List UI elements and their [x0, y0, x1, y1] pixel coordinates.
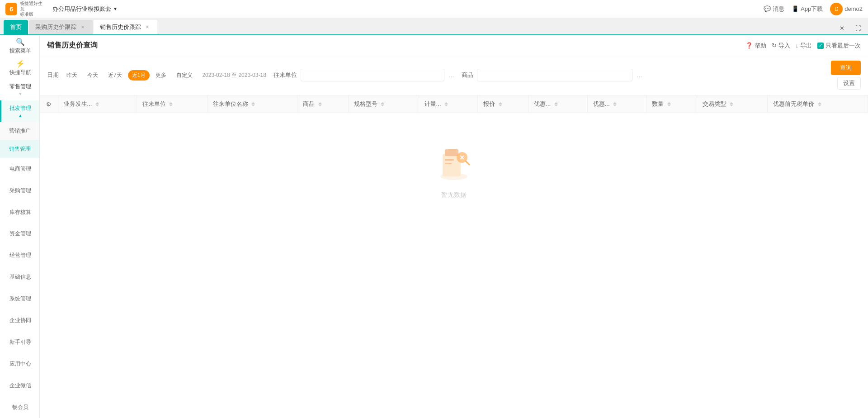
- sidebar-item-system[interactable]: 系统管理: [0, 288, 39, 310]
- tab-home[interactable]: 首页: [4, 20, 28, 34]
- partner-input[interactable]: [301, 69, 445, 81]
- date-filter-group: 日期 昨天 今天 近7天 近1月 更多 自定义 2023-02-18 至 202…: [47, 70, 266, 81]
- col-discount1[interactable]: 优惠...: [528, 95, 587, 113]
- goods-dots-btn[interactable]: ...: [636, 71, 642, 79]
- goods-filter-group: 商品 ...: [462, 69, 642, 81]
- help-btn[interactable]: ❓ 帮助: [745, 42, 766, 50]
- date-label: 日期: [47, 71, 59, 79]
- page-header: 销售历史价查询 ❓ 帮助 ↻ 导入 ↓ 导出 ✓: [40, 35, 868, 55]
- sort-icon-discount1: [554, 102, 558, 106]
- sort-icon-spec: [381, 102, 384, 106]
- chevron-right-icon: ▼: [18, 91, 23, 96]
- sidebar-item-inventory[interactable]: 库存核算: [0, 201, 39, 223]
- sidebar-item-wechat[interactable]: 企业微信: [0, 375, 39, 396]
- top-header: 6 畅捷通好生意 标准版 办公用品行业模拟账套 ▼ 💬 消息 📱 App下载 D…: [0, 0, 868, 18]
- sort-icon-partner: [169, 102, 173, 106]
- sidebar-item-search-menu[interactable]: 🔍 搜索菜单: [0, 35, 39, 57]
- partner-filter-group: 往来单位 ...: [274, 69, 454, 81]
- date-last7-btn[interactable]: 近7天: [104, 70, 126, 81]
- sidebar-item-ecommerce[interactable]: 电商管理: [0, 158, 39, 180]
- col-trade-type[interactable]: 交易类型: [697, 95, 768, 113]
- phone-icon: 📱: [792, 5, 799, 12]
- sort-icon-no-tax-price: [818, 102, 821, 106]
- svg-rect-2: [445, 149, 458, 156]
- col-quote[interactable]: 报价: [478, 95, 528, 113]
- app-download-btn[interactable]: 📱 App下载: [792, 5, 823, 13]
- table-header-row: ⚙ 业务发生... 往来单位: [40, 95, 868, 113]
- sidebar-sub-sales-mgmt[interactable]: 销售管理: [0, 140, 39, 158]
- sort-icon-biz-date: [95, 102, 99, 106]
- tab-bar-actions: ✕ ⛶: [835, 22, 864, 34]
- date-quick-btns: 昨天 今天 近7天 近1月 更多 自定义: [62, 70, 197, 81]
- import-btn[interactable]: ↻ 导入: [772, 42, 790, 50]
- empty-text: 暂无数据: [441, 191, 467, 199]
- sort-icon-qty: [667, 102, 671, 106]
- col-partner-code[interactable]: 往来单位: [137, 95, 207, 113]
- main-layout: 🔍 搜索菜单 ⚡ 快捷导航 零售管理 ▼ 批发管理 ▲ 营销推广 销售管理 电商…: [0, 35, 868, 418]
- header-right: 💬 消息 📱 App下载 D demo2: [764, 3, 863, 15]
- query-btn[interactable]: 查询: [831, 61, 861, 75]
- import-icon: ↻: [772, 42, 777, 49]
- sidebar-item-purchase[interactable]: 采购管理: [0, 180, 39, 201]
- nav-icon: ⚡: [16, 59, 25, 68]
- logo-area: 6 畅捷通好生意 标准版: [5, 1, 45, 17]
- sort-icon-unit: [444, 102, 448, 106]
- col-partner-name[interactable]: 往来单位名称: [207, 95, 297, 113]
- date-range-text: 2023-02-18 至 2023-03-18: [202, 71, 266, 79]
- partner-dots-btn[interactable]: ...: [448, 71, 454, 79]
- sidebar-item-wholesale-mgmt[interactable]: 批发管理 ▲: [0, 100, 39, 122]
- tab-close-all-icon[interactable]: ✕: [835, 22, 848, 34]
- date-more-btn[interactable]: 更多: [151, 70, 170, 81]
- sidebar-item-operations[interactable]: 经营管理: [0, 245, 39, 266]
- tab-purchase-history[interactable]: 采购历史价跟踪 ×: [29, 20, 93, 34]
- sidebar-item-member[interactable]: 畅会员: [0, 396, 39, 418]
- sort-icon-trade-type: [730, 102, 733, 106]
- only-last-checkbox[interactable]: ✓ 只看最后一次: [817, 42, 861, 50]
- user-area[interactable]: D demo2: [830, 3, 863, 15]
- tab-bar: 首页 采购历史价跟踪 × 销售历史价跟踪 × ✕ ⛶: [0, 18, 868, 35]
- sidebar-sub-marketing[interactable]: 营销推广: [0, 122, 39, 140]
- export-icon: ↓: [796, 42, 799, 49]
- sidebar-item-enterprise[interactable]: 企业协同: [0, 310, 39, 332]
- message-btn[interactable]: 💬 消息: [764, 5, 784, 13]
- sidebar-item-guide[interactable]: 新手引导: [0, 332, 39, 353]
- col-no-tax-price[interactable]: 优惠前无税单价: [768, 95, 868, 113]
- goods-input[interactable]: [477, 69, 633, 81]
- empty-illustration: [431, 140, 476, 185]
- tab-maximize-icon[interactable]: ⛶: [852, 22, 864, 34]
- header-left: 6 畅捷通好生意 标准版 办公用品行业模拟账套 ▼: [5, 1, 121, 17]
- col-qty[interactable]: 数量: [646, 95, 697, 113]
- export-btn[interactable]: ↓ 导出: [796, 42, 812, 50]
- tab-sales-history[interactable]: 销售历史价跟踪 ×: [94, 20, 157, 34]
- sort-icon-partner-name: [251, 102, 255, 106]
- page-title: 销售历史价查询: [47, 41, 98, 50]
- app-selector[interactable]: 办公用品行业模拟账套 ▼: [49, 3, 121, 15]
- col-spec[interactable]: 规格型号: [348, 95, 419, 113]
- tab-sales-history-close[interactable]: ×: [144, 24, 151, 31]
- checkbox-icon: ✓: [817, 43, 824, 49]
- col-unit[interactable]: 计量...: [419, 95, 477, 113]
- sidebar-item-app-center[interactable]: 应用中心: [0, 353, 39, 375]
- col-discount2[interactable]: 优惠...: [587, 95, 646, 113]
- sidebar-item-quick-nav[interactable]: ⚡ 快捷导航: [0, 57, 39, 79]
- date-today-btn[interactable]: 今天: [83, 70, 102, 81]
- page-actions: ❓ 帮助 ↻ 导入 ↓ 导出 ✓ 只看最后一次: [745, 42, 861, 50]
- query-actions: 查询 设置: [831, 61, 861, 90]
- goods-label: 商品: [462, 71, 473, 79]
- sidebar-item-retail-mgmt[interactable]: 零售管理 ▼: [0, 79, 39, 100]
- message-icon: 💬: [764, 5, 771, 12]
- date-yesterday-btn[interactable]: 昨天: [62, 70, 81, 81]
- sidebar-item-finance[interactable]: 资金管理: [0, 223, 39, 245]
- col-settings[interactable]: ⚙: [40, 95, 58, 113]
- sidebar-item-basic-info[interactable]: 基础信息: [0, 266, 39, 288]
- empty-state: 暂无数据: [40, 113, 868, 226]
- data-table: ⚙ 业务发生... 往来单位: [40, 95, 868, 113]
- settings-btn[interactable]: 设置: [837, 77, 861, 90]
- col-goods[interactable]: 商品: [297, 95, 348, 113]
- date-custom-btn[interactable]: 自定义: [172, 70, 197, 81]
- date-last1m-btn[interactable]: 近1月: [128, 70, 150, 81]
- tab-purchase-history-close[interactable]: ×: [79, 24, 86, 31]
- col-biz-date[interactable]: 业务发生...: [58, 95, 137, 113]
- sort-icon-discount2: [613, 102, 617, 106]
- partner-label: 往来单位: [274, 71, 297, 79]
